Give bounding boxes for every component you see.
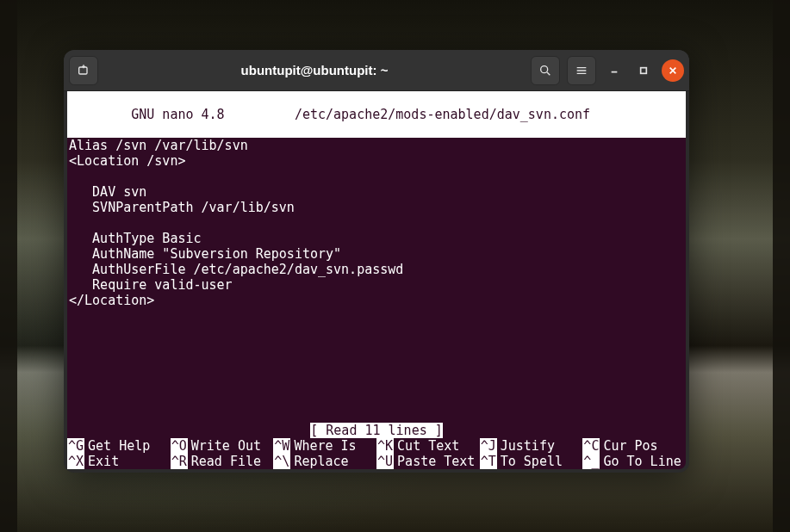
maximize-button[interactable]	[632, 59, 655, 82]
shortcut-key: ^_	[582, 454, 600, 469]
terminal-body[interactable]: GNU nano 4.8 /etc/apache2/mods-enabled/d…	[67, 91, 686, 469]
svg-rect-2	[641, 67, 647, 73]
window-titlebar: ubuntupit@ubuntupit: ~	[64, 50, 689, 91]
nano-header: GNU nano 4.8 /etc/apache2/mods-enabled/d…	[67, 91, 686, 138]
shortcut-item: ^GGet Help	[67, 438, 171, 454]
nano-status-bar: [ Read 11 lines ]	[67, 423, 686, 438]
shortcut-key: ^C	[582, 438, 600, 454]
shortcut-key: ^G	[67, 438, 84, 454]
shortcut-item: ^KCut Text	[376, 438, 480, 454]
shortcut-key: ^T	[480, 454, 497, 469]
shortcut-label: Cur Pos	[600, 438, 657, 454]
shortcut-item: ^OWrite Out	[171, 438, 274, 454]
shortcut-label: Go To Line	[600, 454, 681, 469]
shortcut-key: ^R	[171, 454, 188, 469]
search-button[interactable]	[531, 56, 560, 85]
svg-point-1	[541, 65, 548, 72]
shortcut-key: ^J	[480, 438, 497, 454]
svg-rect-0	[79, 67, 87, 74]
shortcut-label: Cut Text	[394, 438, 459, 454]
shortcut-item: ^TTo Spell	[480, 454, 583, 469]
shortcut-item: ^JJustify	[480, 438, 583, 454]
nano-status-text: [ Read 11 lines ]	[310, 423, 443, 438]
nano-editor-content[interactable]: Alias /svn /var/lib/svn <Location /svn> …	[67, 138, 686, 423]
shortcut-key: ^X	[67, 454, 84, 469]
close-button[interactable]	[662, 59, 684, 82]
shortcut-item: ^RRead File	[171, 454, 274, 469]
shortcut-key: ^W	[273, 438, 290, 454]
shortcut-label: Exit	[84, 454, 119, 469]
shortcut-label: To Spell	[497, 454, 563, 469]
nano-file-path: /etc/apache2/mods-enabled/dav_svn.conf	[295, 107, 590, 122]
shortcut-label: Read File	[188, 454, 261, 469]
new-tab-button[interactable]	[69, 56, 98, 85]
shortcut-label: Get Help	[84, 438, 150, 454]
window-title: ubuntupit@ubuntupit: ~	[98, 63, 531, 77]
minimize-button[interactable]	[603, 59, 625, 82]
shortcut-label: Where Is	[290, 438, 356, 454]
shortcut-item: ^XExit	[67, 454, 171, 469]
terminal-window: ubuntupit@ubuntupit: ~ GNU nano 4.8 /etc…	[64, 50, 689, 473]
shortcut-label: Paste Text	[394, 454, 475, 469]
shortcut-key: ^U	[376, 454, 394, 469]
nano-version: GNU nano 4.8	[115, 107, 224, 122]
shortcut-item: ^CCur Pos	[582, 438, 686, 454]
shortcut-key: ^\	[273, 454, 290, 469]
shortcut-label: Replace	[290, 454, 348, 469]
nano-shortcuts: ^GGet Help^OWrite Out^WWhere Is^KCut Tex…	[67, 438, 686, 469]
shortcut-item: ^\Replace	[273, 454, 376, 469]
shortcut-item: ^UPaste Text	[376, 454, 480, 469]
shortcut-item: ^_Go To Line	[582, 454, 686, 469]
shortcut-item: ^WWhere Is	[273, 438, 376, 454]
shortcut-key: ^O	[171, 438, 188, 454]
shortcut-label: Write Out	[188, 438, 261, 454]
shortcut-key: ^K	[376, 438, 394, 454]
menu-button[interactable]	[567, 56, 596, 85]
shortcut-label: Justify	[497, 438, 555, 454]
